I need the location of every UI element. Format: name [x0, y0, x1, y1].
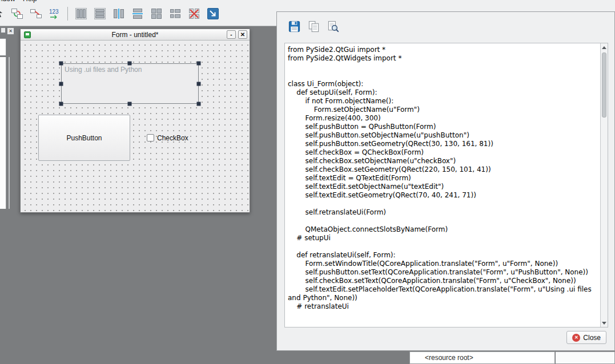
adjust-size-icon: [206, 7, 220, 21]
lay-out-in-form-layout-icon: [168, 7, 182, 21]
widgetbox-list-fragment: [0, 57, 6, 209]
dock-close-button[interactable]: ✕: [7, 27, 14, 35]
triangle-down-icon: [602, 322, 606, 325]
scrollbar-thumb[interactable]: [602, 52, 606, 118]
lay-out-horizontally-icon: [74, 7, 88, 21]
selection-handle[interactable]: [59, 102, 63, 106]
tab-order-digits: 123: [49, 9, 59, 15]
resource-browser-column-fragment: [556, 351, 615, 364]
form-pushbutton-widget[interactable]: PushButton: [38, 115, 130, 161]
save-button[interactable]: [287, 19, 302, 34]
form-checkbox-widget[interactable]: CheckBox: [147, 126, 204, 149]
adjust-size-button[interactable]: [203, 4, 222, 23]
lay-out-in-grid-icon: [150, 7, 163, 21]
lay-out-horizontally-in-splitter-button[interactable]: [109, 4, 128, 23]
lay-out-vertically-button[interactable]: [90, 4, 109, 23]
form-editor-window: Form - untitled* - ✕ Using .ui files and…: [20, 29, 250, 213]
resource-browser-root[interactable]: <resource root>: [409, 351, 555, 364]
toolbar-separator: [67, 7, 68, 21]
find-button[interactable]: [325, 19, 340, 34]
form-window-minimize-button[interactable]: -: [227, 30, 236, 39]
resource-root-label: <resource root>: [425, 354, 473, 362]
menu-help[interactable]: Help: [23, 0, 37, 3]
edit-signals-slots-icon: [10, 7, 24, 21]
copy-button[interactable]: [306, 19, 321, 34]
widgetbox-filter-fragment[interactable]: [0, 38, 6, 56]
edit-tab-order-icon: 123: [48, 7, 62, 21]
triangle-up-icon: [602, 46, 606, 49]
find-icon: [327, 20, 340, 33]
break-layout-icon: [187, 7, 201, 21]
lay-out-horizontally-button[interactable]: [71, 4, 90, 23]
edit-signals-slots-button[interactable]: [7, 4, 26, 23]
lay-out-vertically-in-splitter-icon: [131, 7, 144, 21]
dock-float-button[interactable]: [1, 27, 6, 33]
form-canvas[interactable]: Using .ui files and Python PushButton Ch…: [21, 41, 250, 212]
lay-out-in-grid-button[interactable]: [147, 4, 166, 23]
form-window-title: Form - untitled*: [111, 31, 158, 39]
code-scrollbar[interactable]: [600, 43, 608, 327]
close-button-label: Close: [583, 334, 601, 342]
edit-tab-order-button[interactable]: 123: [45, 4, 64, 23]
edit-widgets-button[interactable]: [0, 4, 7, 23]
selection-handle[interactable]: [197, 62, 201, 66]
qt-designer-app: Window Help: [0, 0, 615, 364]
close-red-icon: ✕: [572, 334, 580, 342]
toolbar: 123: [0, 4, 222, 23]
selection-handle[interactable]: [128, 62, 132, 66]
form-window-close-button[interactable]: ✕: [238, 30, 247, 39]
code-preview-dialog: from PySide2.QtGui import * from PySide2…: [276, 11, 615, 351]
scroll-up-arrow[interactable]: [601, 43, 608, 51]
selection-handle[interactable]: [59, 62, 63, 66]
lay-out-horizontally-in-splitter-icon: [112, 7, 126, 21]
edit-widgets-icon: [0, 7, 5, 21]
code-dialog-toolbar: [287, 19, 340, 34]
lay-out-vertically-icon: [93, 7, 107, 21]
selection-handle[interactable]: [128, 102, 132, 106]
pushbutton-label: PushButton: [66, 134, 102, 142]
selection-handle[interactable]: [197, 82, 201, 86]
edit-buddies-button[interactable]: [26, 4, 45, 23]
lay-out-in-form-layout-button[interactable]: [166, 4, 184, 23]
form-window-titlebar[interactable]: Form - untitled* - ✕: [21, 29, 250, 41]
code-view: from PySide2.QtGui import * from PySide2…: [284, 43, 608, 327]
code-text[interactable]: from PySide2.QtGui import * from PySide2…: [285, 43, 600, 327]
selection-handle[interactable]: [59, 82, 63, 86]
form-window-icon: [24, 31, 31, 38]
break-layout-button[interactable]: [184, 4, 203, 23]
menu-window[interactable]: Window: [0, 0, 15, 3]
checkbox-label: CheckBox: [157, 134, 188, 142]
checkbox-box[interactable]: [147, 134, 154, 141]
save-icon: [288, 20, 301, 33]
form-textedit-widget[interactable]: Using .ui files and Python: [61, 63, 199, 104]
close-button[interactable]: ✕ Close: [566, 331, 606, 344]
selection-handle[interactable]: [197, 102, 201, 106]
lay-out-vertically-in-splitter-button[interactable]: [128, 4, 147, 23]
copy-icon: [307, 20, 320, 33]
scroll-down-arrow[interactable]: [601, 319, 608, 327]
widgetbox-scrollbar-fragment[interactable]: [9, 57, 10, 209]
edit-buddies-icon: [29, 7, 43, 21]
textedit-placeholder-text: Using .ui files and Python: [62, 64, 198, 75]
